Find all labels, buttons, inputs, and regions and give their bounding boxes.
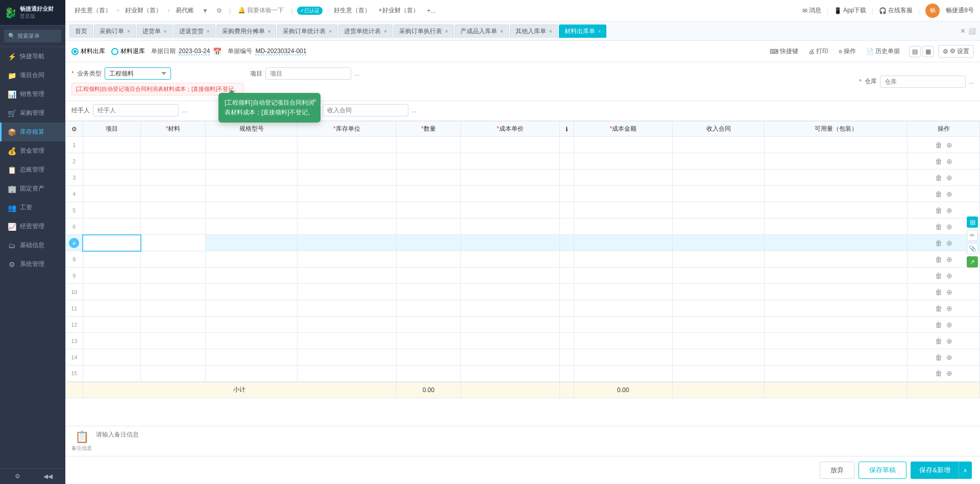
tab-incoming-return[interactable]: 进退货货 × (174, 25, 215, 38)
quantity-cell[interactable] (396, 153, 461, 170)
available-cell[interactable] (765, 137, 908, 153)
topbar-nav-dropdown[interactable]: ▼ (199, 6, 211, 15)
tab-other-inbound[interactable]: 其他入库单 × (510, 25, 558, 38)
project-ellipsis-btn[interactable]: ... (354, 70, 359, 77)
topbar-nav-good-business2[interactable]: 好生意（首） (331, 5, 374, 16)
user-name[interactable]: 畅捷通8号 (946, 6, 974, 15)
search-menu-button[interactable]: 🔍 搜索菜单 (4, 30, 61, 42)
topbar-nav-good-finance2[interactable]: +好业财（首） (376, 5, 422, 16)
sidebar-item-basic[interactable]: 🗂 基础信息 (0, 236, 65, 255)
app-download-button[interactable]: 📱 App下载 (834, 6, 866, 15)
delete-row-button[interactable]: 🗑 (934, 189, 943, 199)
sidebar-item-purchase[interactable]: 🛒 采购管理 (0, 104, 65, 123)
active-project-cell[interactable] (83, 235, 141, 251)
delete-row-button[interactable]: 🗑 (934, 368, 943, 378)
calendar-icon[interactable]: 📅 (213, 47, 222, 56)
handler-ellipsis-btn[interactable]: ... (182, 107, 187, 114)
copy-row-button[interactable]: ⊕ (945, 303, 953, 313)
delete-row-button[interactable]: 🗑 (934, 254, 943, 264)
tab-incoming[interactable]: 进货单 × (137, 25, 173, 38)
copy-row-button[interactable]: ⊕ (945, 368, 953, 378)
right-icon-attachment[interactable]: 📎 (967, 243, 978, 254)
topbar-nav-easy-account[interactable]: 易代账 (173, 5, 197, 16)
warehouse-input[interactable] (880, 76, 966, 88)
income-contract-ellipsis-btn[interactable]: ... (411, 107, 416, 114)
sidebar-item-project[interactable]: 📁 项目合同 (0, 66, 65, 85)
add-row-button[interactable]: + (69, 238, 79, 248)
tab-finished-goods[interactable]: 产成品入库单 × (455, 25, 509, 38)
tab-close-icon[interactable]: × (329, 29, 332, 34)
shortcut-button[interactable]: ⌨ 快捷键 (767, 45, 801, 57)
number-value[interactable]: MD-20230324-001 (255, 47, 306, 55)
delete-row-button[interactable]: 🗑 (934, 140, 943, 150)
online-service-button[interactable]: 🎧 在线客服 (879, 6, 913, 15)
sidebar-item-finance[interactable]: 💰 资金管理 (0, 141, 65, 160)
tab-purchase-exec[interactable]: 采购订单执行表 × (394, 25, 454, 38)
topbar-nav-good-business[interactable]: 好生意（首） (71, 5, 114, 16)
copy-row-button[interactable]: ⊕ (945, 173, 953, 183)
project-cell[interactable] (83, 137, 141, 153)
tab-close-icon[interactable]: × (549, 29, 552, 34)
history-button[interactable]: 📄 历史单据 (863, 45, 903, 57)
income-contract-input[interactable] (323, 104, 408, 116)
copy-row-button[interactable]: ⊕ (945, 271, 953, 281)
copy-row-button[interactable]: ⊕ (945, 238, 953, 248)
sidebar-item-quicknav[interactable]: ⚡ 快捷导航 (0, 47, 65, 66)
settings-button[interactable]: ⚙ ⚙ 设置 (938, 45, 974, 58)
delete-row-button[interactable]: 🗑 (934, 173, 943, 183)
tab-close-icon[interactable]: × (500, 29, 503, 34)
material-cell[interactable] (141, 153, 206, 170)
tab-purchase-stats[interactable]: 采购订单统计表 × (277, 25, 337, 38)
save-draft-button[interactable]: 保存草稿 (859, 462, 906, 479)
tab-close-icon[interactable]: × (598, 29, 601, 34)
topbar-nav-more[interactable]: +... (424, 6, 439, 15)
col-settings[interactable]: ⚙ (66, 122, 83, 137)
sidebar-collapse-button[interactable]: ◀◀ (35, 473, 61, 480)
sidebar-item-system[interactable]: ⚙ 系统管理 (0, 255, 65, 274)
handler-input[interactable] (93, 104, 179, 116)
cost-price-cell[interactable] (461, 153, 559, 170)
user-avatar[interactable]: 畅 (925, 4, 940, 18)
income-contract-cell[interactable] (672, 153, 764, 170)
tooltip-close-button[interactable]: × (313, 96, 316, 106)
tab-close-icon[interactable]: × (445, 29, 448, 34)
delete-row-button[interactable]: 🗑 (934, 205, 943, 215)
cost-price-cell[interactable] (461, 137, 559, 153)
notes-textarea[interactable] (96, 430, 974, 451)
tab-purchase-expense[interactable]: 采购费用分摊单 × (216, 25, 277, 38)
copy-row-button[interactable]: ⊕ (945, 320, 953, 330)
sidebar-settings-button[interactable]: ⚙ (4, 473, 31, 480)
project-input[interactable] (265, 67, 351, 80)
spec-cell[interactable] (205, 153, 297, 170)
tab-close-icon[interactable]: × (164, 29, 167, 34)
cost-amount-cell[interactable] (574, 153, 672, 170)
view-list-button[interactable]: ▤ (909, 46, 921, 57)
tab-close-icon[interactable]: × (384, 29, 387, 34)
warehouse-ellipsis-btn[interactable]: ... (969, 78, 974, 85)
active-material-cell[interactable] (141, 235, 206, 251)
tab-home[interactable]: 首页 (69, 25, 93, 38)
copy-row-button[interactable]: ⊕ (945, 352, 953, 362)
income-contract-cell[interactable] (672, 137, 764, 153)
topbar-nav-settings[interactable]: ⚙ (213, 6, 225, 15)
copy-row-button[interactable]: ⊕ (945, 156, 953, 166)
print-button[interactable]: 🖨 打印 (805, 45, 831, 57)
date-value[interactable]: 2023-03-24 (179, 47, 210, 55)
delete-row-button[interactable]: 🗑 (934, 287, 943, 297)
operations-button[interactable]: ≡ 操作 (836, 45, 859, 57)
copy-row-button[interactable]: ⊕ (945, 189, 953, 199)
sidebar-item-payroll[interactable]: 👥 工资 (0, 198, 65, 217)
available-cell[interactable] (765, 153, 908, 170)
view-grid-button[interactable]: ▦ (922, 46, 934, 57)
copy-row-button[interactable]: ⊕ (945, 222, 953, 232)
unit-cell[interactable] (298, 137, 396, 153)
copy-row-button[interactable]: ⊕ (945, 336, 953, 346)
quantity-cell[interactable] (396, 137, 461, 153)
radio-material-out[interactable]: 材料出库 (71, 47, 105, 56)
business-type-select[interactable]: 工程领料 直接领料 (105, 67, 171, 80)
sidebar-item-sales[interactable]: 📊 销售管理 (0, 85, 65, 104)
delete-row-button[interactable]: 🗑 (934, 222, 943, 232)
cost-amount-cell[interactable] (574, 137, 672, 153)
delete-row-button[interactable]: 🗑 (934, 352, 943, 362)
sidebar-item-assets[interactable]: 🏢 固定资产 (0, 179, 65, 198)
